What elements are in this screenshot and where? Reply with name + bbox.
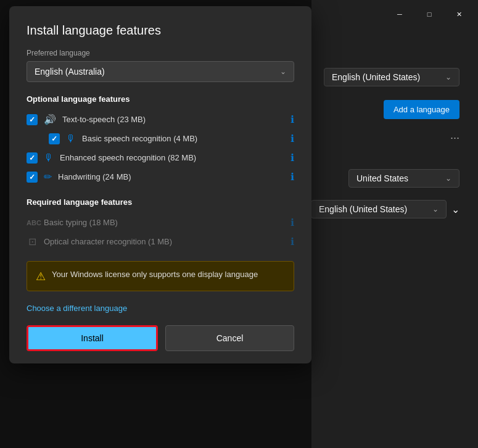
enhanced-speech-info-icon[interactable]: ℹ [291,152,294,164]
enhanced-speech-checkbox[interactable]: ✓ [27,152,38,164]
minimize-button[interactable]: ─ [385,5,414,23]
basic-typing-info-icon[interactable]: ℹ [291,217,294,228]
chevron-down-icon-2: ⌄ [445,174,451,183]
preferred-language-dropdown[interactable]: English (Australia) ⌄ [27,61,294,82]
speech-dropdown-value: English (United States) [319,204,407,214]
preferred-language-value: English (Australia) [35,67,105,77]
warning-icon: ⚠ [36,270,46,283]
checkmark-icon-4: ✓ [29,173,35,181]
required-section: Required language features ABC Basic typ… [27,197,294,251]
warning-box: ⚠ Your Windows license only supports one… [27,261,294,291]
checkmark-icon-3: ✓ [29,154,35,162]
more-options-icon[interactable]: ··· [450,131,459,144]
chevron-down-icon-4: ⌄ [280,67,286,76]
tts-label: Text-to-speech (23 MB) [62,115,284,124]
warning-text: Your Windows license only supports one d… [52,269,258,280]
choose-language-link[interactable]: Choose a different language [27,304,294,313]
basic-speech-label: Basic speech recognition (4 MB) [82,134,284,143]
add-language-button[interactable]: Add a language [384,100,459,119]
chevron-down-icon: ⌄ [445,73,451,81]
language-dropdown-value: English (United States) [332,72,420,82]
handwriting-icon: ✏ [44,171,52,183]
preferred-language-label: Preferred language [27,49,294,57]
ocr-icon: ⊡ [27,236,38,247]
handwriting-checkbox[interactable]: ✓ [27,172,38,183]
basic-typing-icon: ABC [27,219,38,226]
restore-button[interactable]: □ [415,5,443,23]
dialog-title: Install language features [27,23,294,38]
handwriting-info-icon[interactable]: ℹ [291,171,294,183]
handwriting-feature-item: ✓ ✏ Handwriting (24 MB) ℹ [27,167,294,186]
dialog-footer: Install Cancel [27,325,294,351]
enhanced-speech-label: Enhanced speech recognition (82 MB) [60,153,284,162]
ocr-info-icon[interactable]: ℹ [291,236,294,247]
handwriting-label: Handwriting (24 MB) [58,172,284,181]
checkmark-icon-2: ✓ [51,135,57,143]
install-button[interactable]: Install [27,325,158,351]
speech-dropdown[interactable]: English (United States) ⌄ [311,200,447,218]
ocr-label: Optical character recognition (1 MB) [44,237,284,246]
checkmark-icon: ✓ [29,115,35,124]
basic-speech-feature-item: ✓ 🎙 Basic speech recognition (4 MB) ℹ [49,129,294,148]
language-dropdown[interactable]: English (United States) ⌄ [324,68,459,86]
tts-icon: 🔊 [44,114,56,125]
basic-typing-feature-item: ABC Basic typing (18 MB) ℹ [27,213,294,232]
close-button[interactable]: ✕ [445,5,473,23]
install-language-dialog: Install language features Preferred lang… [9,6,311,363]
basic-speech-icon: 🎙 [66,133,76,144]
tts-info-icon[interactable]: ℹ [291,114,294,125]
ocr-feature-item: ⊡ Optical character recognition (1 MB) ℹ [27,232,294,251]
chevron-down-icon-3: ⌄ [432,205,439,214]
tts-checkbox[interactable]: ✓ [27,114,38,125]
region-value: United States [356,173,408,183]
optional-section-header: Optional language features [27,94,294,104]
cancel-button[interactable]: Cancel [165,325,294,351]
basic-speech-checkbox[interactable]: ✓ [49,133,60,144]
required-section-header: Required language features [27,197,294,207]
basic-speech-info-icon[interactable]: ℹ [291,133,294,144]
enhanced-speech-feature-item: ✓ 🎙 Enhanced speech recognition (82 MB) … [27,148,294,167]
expand-button[interactable]: ⌄ [451,204,459,215]
enhanced-speech-icon: 🎙 [44,152,54,164]
tts-feature-item: ✓ 🔊 Text-to-speech (23 MB) ℹ [27,110,294,129]
basic-typing-label: Basic typing (18 MB) [44,218,284,227]
region-dropdown[interactable]: United States ⌄ [348,169,459,188]
